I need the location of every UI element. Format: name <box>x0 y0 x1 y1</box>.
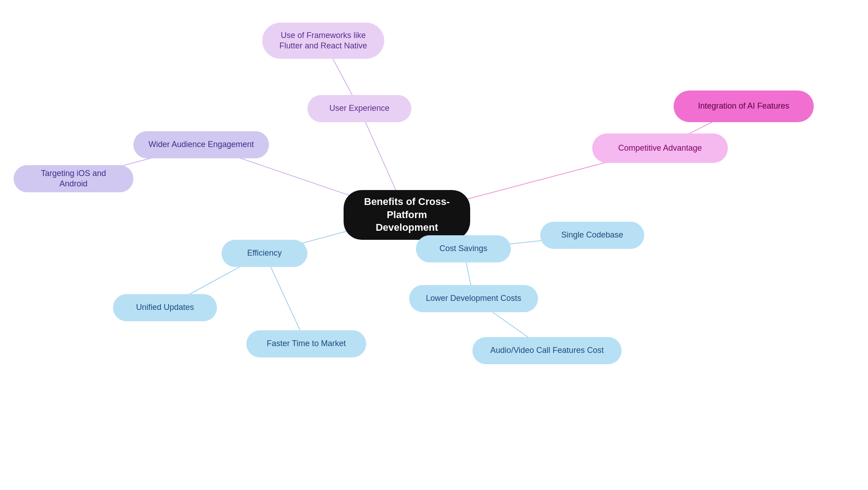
node-integration-ai: Integration of AI Features <box>674 90 814 122</box>
node-faster-time: Faster Time to Market <box>246 330 366 357</box>
node-efficiency: Efficiency <box>222 240 307 267</box>
node-lower-dev-costs: Lower Development Costs <box>409 285 538 312</box>
node-targeting-ios: Targeting iOS and Android <box>14 165 133 192</box>
node-user-experience: User Experience <box>307 95 411 122</box>
node-frameworks: Use of Frameworks like Flutter and React… <box>262 23 384 59</box>
center-node: Benefits of Cross-Platform Development <box>344 190 470 240</box>
node-single-codebase: Single Codebase <box>540 222 644 249</box>
node-competitive: Competitive Advantage <box>592 133 728 163</box>
node-cost-savings: Cost Savings <box>416 235 511 262</box>
node-wider-audience: Wider Audience Engagement <box>133 131 269 158</box>
node-audio-video: Audio/Video Call Features Cost <box>472 337 622 364</box>
node-unified-updates: Unified Updates <box>113 294 217 321</box>
